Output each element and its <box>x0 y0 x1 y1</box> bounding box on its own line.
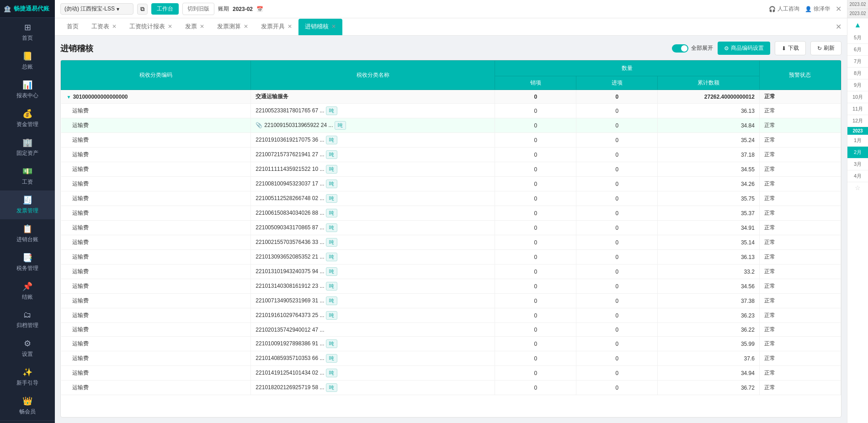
settings-icon: ⚙ <box>724 45 729 52</box>
sidebar-item-invoice_mgmt[interactable]: 🧾发票管理 <box>0 190 55 219</box>
refresh-button[interactable]: ↻ 刷新 <box>810 41 841 55</box>
cell-status: 正常 <box>759 148 841 162</box>
month-item[interactable]: 12月 <box>847 115 868 127</box>
settlement-icon: 📌 <box>22 281 32 291</box>
company-selector[interactable]: (勿动) 江西报宝-LSS ▾ <box>60 3 133 15</box>
sidebar-label-home: 首页 <box>22 34 33 42</box>
toggle-track[interactable] <box>672 44 688 53</box>
company-dropdown-icon: ▾ <box>117 6 119 12</box>
back-old-version-button[interactable]: 切到旧版 <box>182 3 214 15</box>
sidebar-label-reports: 报表中心 <box>16 92 38 100</box>
cell-status: 正常 <box>759 133 841 148</box>
scroll-up-button[interactable]: ▲ <box>847 18 868 32</box>
expand-all-toggle[interactable]: 全部展开 <box>672 44 713 53</box>
sidebar-pin-toggle[interactable]: ◄ 取消固定 <box>0 420 55 423</box>
sidebar-item-home[interactable]: ⊞首页 <box>0 18 55 47</box>
sidebar-item-archive[interactable]: 🗂归档管理 <box>0 306 55 334</box>
th-quantity-group: 数量 <box>495 61 760 76</box>
cell-code: 运输费 <box>61 162 251 177</box>
user-avatar[interactable]: 👤 徐泽华 <box>805 5 830 13</box>
cell-leiji: 36.72 <box>658 381 760 395</box>
cell-detail-code: 221019103619217075 36 ... 吨 <box>251 133 495 148</box>
cell-status: 正常 <box>759 351 841 366</box>
sidebar-item-payroll[interactable]: 💵工资 <box>0 162 55 190</box>
sidebar-item-ledger[interactable]: 📒总账 <box>0 47 55 75</box>
month-item-current[interactable]: 1月 <box>847 135 868 147</box>
month-item[interactable]: 8月 <box>847 68 868 79</box>
tab-label: 进销稽核 <box>305 22 329 31</box>
row-name: 运输费 <box>72 384 89 391</box>
tab-首页[interactable]: 首页 <box>60 19 85 35</box>
month-item[interactable]: 5月 <box>847 32 868 44</box>
tab-发票[interactable]: 发票✕ <box>179 19 211 35</box>
cell-jin: 0 <box>576 133 658 148</box>
sidebar-item-settlement[interactable]: 📌结账 <box>0 277 55 306</box>
month-item-current[interactable]: 2月 <box>847 147 868 159</box>
cell-leiji: 36.22 <box>658 323 760 337</box>
tab-label: 工资统计报表 <box>129 22 165 31</box>
topbar-close-button[interactable]: ✕ <box>836 5 841 13</box>
sidebar-item-sales_ledger[interactable]: 📋进销台账 <box>0 219 55 248</box>
cell-leiji: 27262.40000000012 <box>658 90 760 104</box>
cell-status: 正常 <box>759 191 841 206</box>
row-name: 运输费 <box>72 239 89 245</box>
tab-发票开具[interactable]: 发票开具✕ <box>255 19 298 35</box>
cell-code: 运输费 <box>61 235 251 250</box>
sidebar-item-guide[interactable]: ✨新手引导 <box>0 363 55 391</box>
support-button[interactable]: 🎧 人工咨询 <box>769 5 799 13</box>
unit-tag: 吨 <box>326 136 337 144</box>
tab-工资表[interactable]: 工资表✕ <box>85 19 123 35</box>
month-item[interactable]: 7月 <box>847 56 868 68</box>
month-item[interactable]: 10月 <box>847 91 868 103</box>
cell-name: 交通运输服务 <box>251 90 495 104</box>
tab-close-工资表[interactable]: ✕ <box>112 23 117 30</box>
calendar-icon[interactable]: 📅 <box>256 6 263 12</box>
tab-工资统计报表[interactable]: 工资统计报表✕ <box>123 19 179 35</box>
cell-status: 正常 <box>759 235 841 250</box>
sidebar-item-funds[interactable]: 💰资金管理 <box>0 104 55 133</box>
tab-发票测算[interactable]: 发票测算✕ <box>211 19 255 35</box>
tab-close-发票测算[interactable]: ✕ <box>244 23 248 30</box>
cell-status: 正常 <box>759 366 841 381</box>
month-item[interactable]: 6月 <box>847 44 868 56</box>
sidebar-item-member[interactable]: 👑畅会员 <box>0 391 55 420</box>
main-table: 税收分类编码 税收分类名称 数量 预警状态 销项 进项 累计数额 ▼301000… <box>61 60 841 395</box>
row-name: 运输费 <box>72 340 89 347</box>
month-item-current[interactable]: 3月 <box>847 159 868 170</box>
tab-close-进销稽核[interactable]: ✕ <box>331 23 336 30</box>
cell-jin: 0 <box>576 250 658 264</box>
tab-close-发票[interactable]: ✕ <box>200 23 204 30</box>
tab-close-发票开具[interactable]: ✕ <box>288 23 292 30</box>
cell-code: 运输费 <box>61 308 251 323</box>
tab-label: 发票 <box>185 22 197 31</box>
th-code: 税收分类编码 <box>61 61 251 90</box>
tab-进销稽核[interactable]: 进销稽核✕ <box>298 19 342 35</box>
cell-detail-code: 221006150834034026 88 ... 吨 <box>251 206 495 221</box>
tabbar-close[interactable]: ✕ <box>836 22 841 31</box>
cell-jin: 0 <box>576 308 658 323</box>
tab-close-工资统计报表[interactable]: ✕ <box>168 23 172 30</box>
cell-jin: 0 <box>576 90 658 104</box>
sidebar-item-settings[interactable]: ⚙设置 <box>0 334 55 363</box>
cell-code: 运输费 <box>61 381 251 395</box>
cell-jin: 0 <box>576 162 658 177</box>
settings-button[interactable]: ⚙ 商品编码设置 <box>718 42 770 55</box>
cell-leiji: 34.91 <box>658 221 760 235</box>
member-icon: 👑 <box>22 396 32 406</box>
cell-detail-code: 221002155703576436 33 ... 吨 <box>251 235 495 250</box>
month-item[interactable]: 9月 <box>847 79 868 91</box>
copy-button[interactable]: ⧉ <box>137 4 148 15</box>
sidebar-item-tax[interactable]: 📑税务管理 <box>0 248 55 277</box>
month-item-current[interactable]: 4月 <box>847 170 868 182</box>
download-button[interactable]: ⬇ 下载 <box>775 41 806 55</box>
cell-code: 运输费 <box>61 294 251 308</box>
sidebar-item-reports[interactable]: 📊报表中心 <box>0 75 55 104</box>
sales_ledger-icon: 📋 <box>22 224 32 234</box>
sidebar-label-ledger: 总账 <box>22 63 33 71</box>
sidebar-item-assets[interactable]: 🏢固定资产 <box>0 133 55 162</box>
expand-icon[interactable]: ▼ <box>67 95 71 100</box>
workspace-button[interactable]: 工作台 <box>151 3 179 15</box>
payroll-icon: 💵 <box>22 166 32 176</box>
cell-jin: 0 <box>576 104 658 118</box>
month-item[interactable]: 11月 <box>847 103 868 115</box>
